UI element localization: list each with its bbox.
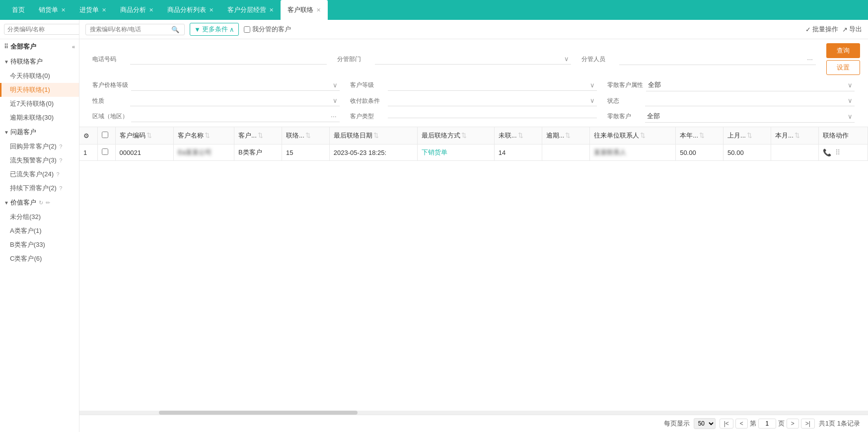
manager-dots[interactable]: ··· — [806, 55, 814, 63]
th-last-date-label: 最后联络日期 — [334, 132, 372, 139]
td-contact-person: 某某联系人 — [589, 144, 676, 161]
price-level-select[interactable]: ∨ — [131, 80, 340, 91]
th-type-sort[interactable]: ⇅ — [258, 132, 263, 139]
nav-customer-tier-close[interactable]: ✕ — [269, 7, 274, 13]
select-all-checkbox[interactable] — [102, 132, 108, 138]
dept-select[interactable]: ∨ — [375, 54, 572, 65]
nav-purchase[interactable]: 进货单 ✕ — [72, 0, 113, 20]
value-section-title[interactable]: ▼ 价值客户 ↻ ✏ — [0, 195, 79, 210]
pending-section-title[interactable]: ▼ 待联络客户 — [0, 54, 79, 69]
main-layout: 🔍 ⠿ 全部客户 « ▼ 待联络客户 今天待联络(0) 明天待联络(1) 近7天… — [0, 20, 868, 432]
filter-row-2: 客户价格等级 ∨ 客户等级 ∨ 零散客户属性 全部 — [87, 79, 860, 91]
action-more-icon[interactable]: ⠿ — [835, 148, 840, 156]
next-page-btn[interactable]: > — [787, 419, 799, 429]
manager-select[interactable]: ··· — [619, 54, 816, 65]
page-size-select[interactable]: 50 — [694, 418, 716, 429]
nav-customer-tier[interactable]: 客户分层经营 ✕ — [220, 0, 281, 20]
phone-input[interactable] — [130, 54, 327, 65]
export-icon: ↗ — [842, 26, 848, 33]
nav-product-list-close[interactable]: ✕ — [209, 7, 214, 13]
row-type: B类客户 — [238, 148, 262, 156]
gender-arrow: ∨ — [333, 97, 338, 104]
filter-search-btn[interactable]: 🔍 — [171, 26, 179, 33]
th-contact-person-sort[interactable]: ⇅ — [640, 132, 646, 139]
nav-sales[interactable]: 销货单 ✕ — [32, 0, 72, 20]
sidebar-tomorrow-pending[interactable]: 明天待联络(1) — [0, 83, 79, 97]
th-last-method-sort[interactable]: ⇅ — [461, 132, 467, 139]
th-no-contact-sort[interactable]: ⇅ — [518, 132, 523, 139]
sidebar-class-b[interactable]: B类客户(33) — [0, 238, 79, 252]
horizontal-scrollbar[interactable] — [79, 411, 868, 415]
row-last-month: 50.00 — [727, 149, 744, 156]
th-code-sort[interactable]: ⇅ — [146, 132, 152, 139]
retail-customer-select[interactable]: 全部 ∨ — [645, 110, 855, 123]
nav-customer-contact-close[interactable]: ✕ — [316, 7, 321, 13]
settings-icon[interactable]: ⚙ — [83, 132, 89, 140]
sidebar-repurchase-abnormal[interactable]: 回购异常客户(2) ? — [0, 140, 79, 153]
action-call-icon[interactable]: 📞 — [823, 148, 831, 156]
sidebar-collapse-icon[interactable]: « — [72, 44, 75, 50]
sidebar-ungrouped[interactable]: 未分组(32) — [0, 210, 79, 224]
query-button[interactable]: 查询 — [826, 43, 860, 58]
type-select[interactable] — [388, 115, 597, 118]
area-dots[interactable]: ··· — [330, 112, 338, 120]
nav-purchase-close[interactable]: ✕ — [102, 7, 106, 13]
customer-level-select[interactable]: ∨ — [388, 80, 597, 91]
filter-payment-cell: 收付款条件 ∨ — [345, 95, 603, 106]
status-select[interactable]: ∨ — [645, 95, 855, 106]
sidebar-all-customers[interactable]: ⠿ 全部客户 « — [0, 39, 79, 54]
filter-search-box: 🔍 — [85, 24, 185, 35]
row-checkbox[interactable] — [102, 148, 108, 155]
batch-operation-btn[interactable]: ✓ 批量操作 — [805, 25, 838, 34]
sidebar-overdue-pending[interactable]: 逾期未联络(30) — [0, 111, 79, 125]
gender-label: 性质 — [92, 97, 127, 105]
set-button[interactable]: 设置 — [826, 60, 860, 75]
page-number-input[interactable] — [758, 419, 776, 429]
table-footer: 每页显示 50 |< < 第 页 > >| 共1页 1条记录 — [79, 415, 868, 432]
th-year-amount-sort[interactable]: ⇅ — [699, 132, 705, 139]
th-name-sort[interactable]: ⇅ — [205, 132, 210, 139]
row-last-method[interactable]: 下销货单 — [422, 148, 447, 156]
sidebar-class-a[interactable]: A类客户(1) — [0, 224, 79, 238]
th-contact-count-sort[interactable]: ⇅ — [305, 132, 311, 139]
first-page-btn[interactable]: |< — [720, 419, 733, 429]
nav-customer-contact[interactable]: 客户联络 ✕ — [281, 0, 328, 20]
customer-table: ⚙ 客户编码⇅ 客户名称⇅ 客户...⇅ 联络...⇅ 最后联络日期⇅ 最后联络… — [79, 127, 868, 161]
sidebar-week-pending[interactable]: 近7天待联络(0) — [0, 97, 79, 111]
th-this-month-sort[interactable]: ⇅ — [795, 132, 800, 139]
my-customers-check[interactable] — [244, 26, 250, 33]
my-customers-checkbox[interactable]: 我分管的客户 — [244, 25, 291, 34]
payment-select[interactable]: ∨ — [388, 95, 597, 106]
gender-select[interactable]: ∨ — [130, 95, 340, 106]
scrollbar-thumb[interactable] — [159, 411, 358, 415]
sidebar-churned[interactable]: 已流失客户(24) ? — [0, 167, 79, 181]
value-label: 价值客户 — [10, 198, 36, 207]
class-a-label: A类客户(1) — [10, 227, 42, 234]
filter-search-input[interactable] — [90, 26, 169, 33]
nav-product-analysis[interactable]: 商品分析 ✕ — [113, 0, 160, 20]
filter-type-cell: 客户类型 — [345, 112, 603, 121]
nav-home[interactable]: 首页 — [5, 0, 32, 20]
sidebar-declining[interactable]: 持续下滑客户(2) ? — [0, 181, 79, 195]
prev-page-btn[interactable]: < — [735, 419, 748, 429]
nav-sales-close[interactable]: ✕ — [61, 7, 66, 13]
export-btn[interactable]: ↗ 导出 — [842, 25, 862, 34]
area-select[interactable]: ··· — [131, 111, 340, 122]
nav-product-analysis-close[interactable]: ✕ — [149, 7, 153, 13]
problem-section-title[interactable]: ▼ 问题客户 — [0, 125, 79, 140]
sidebar-today-pending[interactable]: 今天待联络(0) — [0, 69, 79, 83]
th-last-date-sort[interactable]: ⇅ — [373, 132, 379, 139]
sidebar-churn-warning[interactable]: 流失预警客户(3) ? — [0, 153, 79, 167]
th-last-month-sort[interactable]: ⇅ — [747, 132, 752, 139]
filter-phone-cell: 电话号码 — [87, 54, 332, 65]
nav-purchase-label: 进货单 — [79, 5, 99, 14]
value-arrow: ▼ — [4, 200, 9, 206]
last-page-btn[interactable]: >| — [801, 419, 815, 429]
sidebar-search-input[interactable] — [4, 24, 79, 35]
th-no-contact-label: 未联... — [499, 132, 517, 139]
sidebar-class-c[interactable]: C类客户(6) — [0, 252, 79, 266]
filter-more-btn[interactable]: ▼ 更多条件 ∧ — [190, 23, 239, 36]
retail-attr-select[interactable]: 全部 ∨ — [646, 79, 855, 91]
th-overdue-sort[interactable]: ⇅ — [565, 132, 571, 139]
nav-product-list[interactable]: 商品分析列表 ✕ — [160, 0, 220, 20]
